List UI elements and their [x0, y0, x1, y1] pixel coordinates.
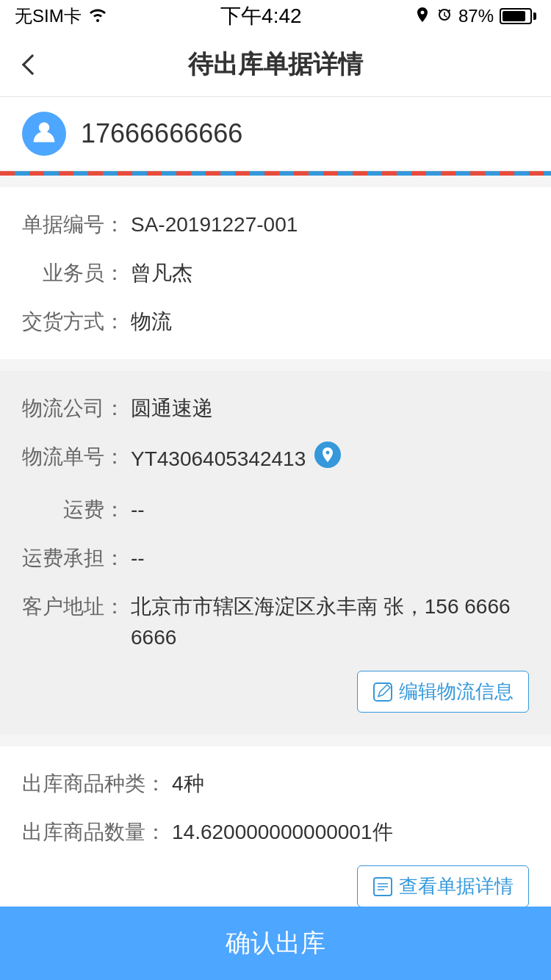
logistics-section: 物流公司： 圆通速递 物流单号： YT43064053424​13 运费： --… — [0, 371, 551, 735]
freight-row: 运费： -- — [22, 494, 529, 525]
goods-type-row: 出库商品种类： 4种 — [22, 768, 529, 799]
view-details-container: 查看单据详情 — [22, 865, 529, 907]
document-icon — [372, 876, 393, 897]
alarm-icon — [436, 6, 453, 26]
tracking-label: 物流单号： — [22, 442, 125, 472]
address-row: 客户地址： 北京市市辖区海淀区永丰南 张，156 6666 6666 — [22, 591, 529, 653]
status-left: 无SIM卡 — [15, 4, 108, 28]
location-active-icon — [414, 6, 431, 26]
dashed-divider — [0, 171, 551, 176]
location-pin-icon[interactable] — [314, 442, 341, 477]
salesman-row: 业务员： 曾凡杰 — [22, 258, 529, 289]
goods-type-label: 出库商品种类： — [22, 768, 166, 799]
tracking-row: 物流单号： YT43064053424​13 — [22, 442, 529, 477]
freight-bear-row: 运费承担： -- — [22, 543, 529, 574]
svg-point-1 — [39, 122, 49, 132]
user-icon — [31, 118, 57, 150]
freight-label: 运费： — [22, 494, 125, 525]
goods-quantity-row: 出库商品数量： 14.620000000000001件 — [22, 817, 529, 848]
tracking-value: YT43064053424​13 — [131, 442, 529, 477]
customer-header: 17666666666 — [0, 97, 551, 171]
company-label: 物流公司： — [22, 393, 125, 424]
customer-phone: 17666666666 — [81, 118, 242, 149]
avatar — [22, 112, 66, 156]
view-details-button[interactable]: 查看单据详情 — [357, 865, 529, 907]
confirm-button[interactable]: 确认出库 — [0, 907, 551, 980]
back-button[interactable] — [18, 50, 47, 79]
carrier-text: 无SIM卡 — [15, 4, 82, 28]
status-bar: 无SIM卡 下午4:42 — [0, 0, 551, 32]
battery-percentage: 87% — [458, 6, 494, 26]
order-no-row: 单据编号： SA-20191227-001 — [22, 209, 529, 240]
delivery-value: 物流 — [131, 306, 529, 337]
nav-bar: 待出库单据详情 — [0, 32, 551, 97]
company-value: 圆通速递 — [131, 393, 529, 424]
delivery-row: 交货方式： 物流 — [22, 306, 529, 337]
goods-type-value: 4种 — [172, 768, 529, 799]
address-value: 北京市市辖区海淀区永丰南 张，156 6666 6666 — [131, 591, 529, 653]
battery-icon — [500, 8, 536, 24]
goods-quantity-label: 出库商品数量： — [22, 817, 166, 848]
back-arrow-icon — [22, 54, 43, 74]
page-title: 待出库单据详情 — [188, 48, 363, 82]
edit-logistics-label: 编辑物流信息 — [399, 679, 514, 705]
order-info-section: 单据编号： SA-20191227-001 业务员： 曾凡杰 交货方式： 物流 — [0, 187, 551, 359]
freight-value: -- — [131, 494, 529, 525]
order-no-label: 单据编号： — [22, 209, 125, 240]
confirm-label: 确认出库 — [226, 926, 325, 960]
order-no-value: SA-20191227-001 — [131, 209, 529, 240]
company-row: 物流公司： 圆通速递 — [22, 393, 529, 424]
goods-section: 出库商品种类： 4种 出库商品数量： 14.620000000000001件 查… — [0, 746, 551, 929]
status-time: 下午4:42 — [220, 2, 302, 30]
address-label: 客户地址： — [22, 591, 125, 622]
delivery-label: 交货方式： — [22, 306, 125, 337]
goods-quantity-value: 14.620000000000001件 — [172, 817, 529, 848]
salesman-value: 曾凡杰 — [131, 258, 529, 289]
freight-bear-label: 运费承担： — [22, 543, 125, 574]
edit-icon — [372, 682, 393, 702]
edit-logistics-button[interactable]: 编辑物流信息 — [357, 671, 529, 713]
salesman-label: 业务员： — [22, 258, 125, 289]
tracking-number: YT43064053424​13 — [131, 444, 306, 475]
edit-logistics-container: 编辑物流信息 — [22, 671, 529, 713]
wifi-icon — [87, 6, 108, 26]
freight-bear-value: -- — [131, 543, 529, 574]
status-right: 87% — [414, 6, 536, 26]
view-details-label: 查看单据详情 — [399, 873, 514, 899]
